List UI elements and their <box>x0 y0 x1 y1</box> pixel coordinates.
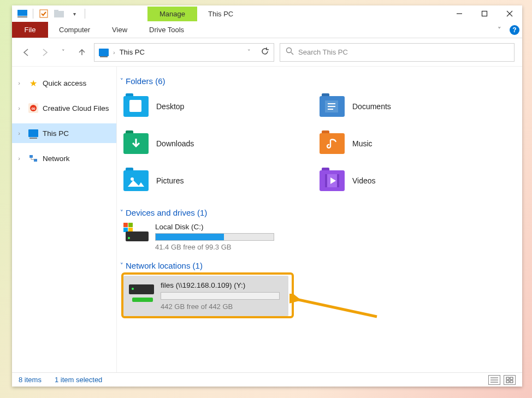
svg-rect-29 <box>510 377 513 379</box>
refresh-icon[interactable] <box>261 47 269 57</box>
svg-rect-1 <box>17 16 27 17</box>
view-large-icons-button[interactable] <box>504 375 516 385</box>
sidebar-item-label: Creative Cloud Files <box>43 104 109 112</box>
ribbon-tabs: File Computer View Drive Tools ˅ ? <box>12 22 522 38</box>
svg-rect-28 <box>506 377 509 379</box>
search-icon <box>286 47 294 57</box>
folder-pictures[interactable]: Pictures <box>123 168 320 194</box>
tab-computer[interactable]: Computer <box>48 22 101 38</box>
network-drive-y[interactable]: files (\\192.168.0.109) (Y:) 442 GB free… <box>123 276 288 316</box>
music-icon <box>320 133 345 154</box>
qat-folder-icon[interactable] <box>52 7 66 21</box>
folder-label: Music <box>352 139 373 148</box>
expand-icon[interactable]: › <box>14 130 24 136</box>
expand-icon[interactable]: › <box>14 155 24 162</box>
view-details-button[interactable] <box>488 375 500 385</box>
svg-rect-30 <box>506 381 509 383</box>
group-header-label: Devices and drives (1) <box>126 208 207 217</box>
status-selection-count: 1 item selected <box>55 376 102 384</box>
network-drive-label: files (\\192.168.0.109) (Y:) <box>161 281 280 289</box>
system-menu-icon[interactable] <box>15 7 29 21</box>
folder-label: Desktop <box>156 102 184 111</box>
group-header-network-locations[interactable]: ˅ Network locations (1) <box>117 256 516 272</box>
help-button[interactable]: ? <box>507 22 522 38</box>
drive-icon <box>123 223 149 241</box>
sidebar-item-label: Network <box>43 155 70 163</box>
creative-cloud-icon: ∞ <box>28 103 38 113</box>
tab-file[interactable]: File <box>12 22 48 38</box>
sidebar-item-network[interactable]: › Network <box>12 148 116 168</box>
address-location-icon <box>99 49 109 56</box>
group-header-devices[interactable]: ˅ Devices and drives (1) <box>117 203 516 219</box>
group-header-folders[interactable]: ˅ Folders (6) <box>117 71 516 88</box>
nav-forward-icon[interactable] <box>38 46 51 59</box>
svg-rect-21 <box>123 223 128 227</box>
desktop-icon <box>123 96 149 117</box>
ribbon-expand-icon[interactable]: ˅ <box>492 22 507 38</box>
videos-icon <box>320 170 345 191</box>
downloads-icon <box>123 133 149 154</box>
tab-view[interactable]: View <box>101 22 138 38</box>
drive-label: Local Disk (C:) <box>155 223 274 231</box>
group-header-label: Network locations (1) <box>126 261 203 270</box>
expand-icon[interactable]: › <box>14 105 24 111</box>
search-box[interactable]: Search This PC <box>280 43 515 62</box>
quick-access-toolbar: ▾ <box>12 7 87 21</box>
pictures-icon <box>123 170 149 191</box>
folder-label: Downloads <box>156 139 194 148</box>
window-controls <box>447 5 522 22</box>
nav-recent-icon[interactable]: ˅ <box>57 46 70 59</box>
content-pane: ˅ Folders (6) Desktop <box>117 67 522 372</box>
status-bar: 8 items 1 item selected <box>12 372 522 387</box>
svg-rect-0 <box>17 10 27 16</box>
svg-rect-11 <box>29 155 33 158</box>
folder-label: Videos <box>352 176 376 185</box>
svg-rect-2 <box>40 10 48 17</box>
search-placeholder: Search This PC <box>298 48 348 56</box>
drive-free-text: 41.4 GB free of 99.3 GB <box>155 243 274 251</box>
address-dropdown-icon[interactable]: ˅ <box>247 49 251 56</box>
star-icon: ★ <box>28 78 38 88</box>
breadcrumb-chevron-icon[interactable]: › <box>113 49 115 56</box>
sidebar-item-quick-access[interactable]: › ★ Quick access <box>12 73 116 93</box>
monitor-icon <box>28 128 38 138</box>
folder-music[interactable]: Music <box>320 130 516 157</box>
address-bar[interactable]: › This PC ˅ <box>94 43 274 62</box>
folder-downloads[interactable]: Downloads <box>123 130 320 157</box>
sidebar-item-label: Quick access <box>43 79 86 87</box>
documents-icon <box>320 96 345 117</box>
network-drive-usage-bar <box>161 292 280 300</box>
expand-icon[interactable]: › <box>14 80 24 86</box>
nav-up-icon[interactable] <box>75 46 88 59</box>
svg-line-10 <box>291 52 293 55</box>
navigation-pane: › ★ Quick access › ∞ Creative Cloud File… <box>12 67 117 372</box>
navigation-toolbar: ˅ › This PC ˅ Search This PC <box>12 38 522 67</box>
nav-back-icon[interactable] <box>20 46 33 59</box>
folder-videos[interactable]: Videos <box>320 168 516 194</box>
tab-drive-tools[interactable]: Drive Tools <box>138 22 195 38</box>
status-item-count: 8 items <box>19 376 42 384</box>
ribbon-context-tab-header: Manage <box>147 7 197 21</box>
svg-rect-22 <box>128 223 133 227</box>
qat-dropdown-icon[interactable]: ▾ <box>67 7 81 21</box>
folder-documents[interactable]: Documents <box>320 93 516 120</box>
file-explorer-window: ▾ Manage This PC File Computer View Driv… <box>12 5 522 387</box>
close-button[interactable] <box>497 5 522 22</box>
drive-usage-bar <box>155 233 274 241</box>
minimize-button[interactable] <box>447 5 472 22</box>
collapse-icon: ˅ <box>120 262 123 269</box>
drive-local-disk-c[interactable]: Local Disk (C:) 41.4 GB free of 99.3 GB <box>117 219 516 256</box>
window-titlebar: ▾ Manage This PC <box>12 5 522 22</box>
network-drive-icon <box>129 284 154 302</box>
svg-rect-31 <box>510 381 513 383</box>
qat-properties-icon[interactable] <box>37 7 51 21</box>
svg-rect-4 <box>54 10 58 12</box>
folder-desktop[interactable]: Desktop <box>123 93 320 120</box>
maximize-button[interactable] <box>472 5 497 22</box>
sidebar-item-this-pc[interactable]: › This PC <box>12 123 116 143</box>
address-text[interactable]: This PC <box>120 48 145 56</box>
folder-label: Documents <box>352 102 391 111</box>
sidebar-item-creative-cloud[interactable]: › ∞ Creative Cloud Files <box>12 98 116 118</box>
folder-label: Pictures <box>156 176 184 185</box>
svg-rect-19 <box>325 174 327 187</box>
